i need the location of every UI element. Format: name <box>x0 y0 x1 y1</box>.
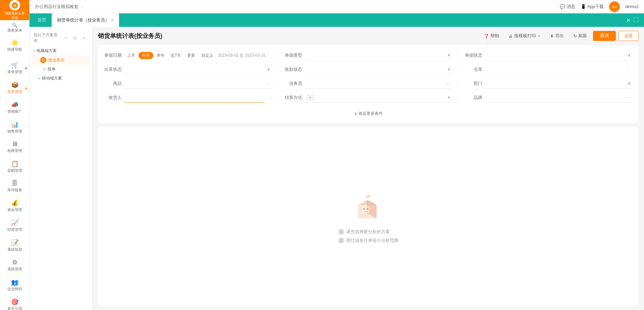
warehouse-label: 仓库 <box>464 66 482 72</box>
message-button[interactable]: 💬 消息 <box>560 4 575 10</box>
filter-salesman: 业务员 ··· <box>284 79 453 89</box>
order-icon: ≡ <box>43 67 46 72</box>
filter-date: 单据日期 上月 本月 本年 近7天 更多 自定义 2023-03-01 至 20… <box>103 52 273 59</box>
sidebar-item-basic-info[interactable]: 📝 基础信息 <box>0 236 29 255</box>
filter-warehouse: 仓库 ··· <box>464 64 633 74</box>
finance-icon: 💰 <box>1 199 28 207</box>
svg-point-8 <box>367 208 369 210</box>
filter-divider-2 <box>458 52 459 59</box>
recipient-input[interactable] <box>124 93 265 103</box>
doc-type-select[interactable]: ▼ <box>305 50 453 60</box>
content-area: 按以下方案查询 ＋ ⊙ « ▾ 电脑端方案 按 按业务员 ≡ 按单 <box>30 27 644 310</box>
collapse-arrow-icon: ∧ <box>354 111 357 116</box>
sidebar-item-ecommerce[interactable]: 🖥 电商管理 <box>0 137 29 157</box>
export-button[interactable]: ⬇ 导出 <box>547 32 567 40</box>
recv-status-select[interactable]: ▼ <box>305 64 453 74</box>
query-button[interactable]: 查询 <box>593 31 616 41</box>
tab-close-icon[interactable]: × <box>111 18 114 22</box>
left-panel-header: 按以下方案查询 ＋ ⊙ « <box>30 30 92 46</box>
collapse-row: ∧ 收起更多条件 <box>103 107 633 118</box>
collapse-panel-button[interactable]: « <box>81 34 88 42</box>
filter-goods: 商品 ··· <box>103 79 273 89</box>
sidebar-logo: 好 畅捷通好生意 标版 <box>0 0 30 20</box>
page-title: 销货单统计表(按业务员) <box>98 32 480 40</box>
filter-doc-status: 单据状态 ▼ <box>464 50 633 60</box>
sidebar-item-purchase[interactable]: 📋 采购管理 <box>0 157 29 176</box>
avatar[interactable]: Ea <box>609 1 620 12</box>
date-tab-7days[interactable]: 近7天 <box>168 52 184 59</box>
sidebar-item-guide[interactable]: 🎯 新手引导 <box>0 295 29 310</box>
empty-illustration <box>352 190 385 223</box>
date-tab-last-month[interactable]: 上月 <box>124 52 138 59</box>
left-panel: 按以下方案查询 ＋ ⊙ « ▾ 电脑端方案 按 按业务员 ≡ 按单 <box>30 27 93 310</box>
tabbar-right: ✕ ⛶ <box>626 17 641 23</box>
sidebar-item-retail[interactable]: 🛒 零售管理 ▼ <box>0 58 29 78</box>
goods-label: 商品 <box>103 81 122 87</box>
filter-divider-3 <box>278 66 278 73</box>
salesman-select[interactable]: ··· <box>305 79 453 89</box>
date-tab-custom[interactable]: 自定义 <box>199 52 216 59</box>
tab-home[interactable]: 首页 <box>32 13 52 27</box>
sidebar-item-wholesale[interactable]: 📦 批发管理 ▲ <box>0 78 29 98</box>
tree-desktop-section[interactable]: ▾ 电脑端方案 <box>32 46 90 55</box>
settings-button[interactable]: 设置 <box>619 31 639 41</box>
date-label: 单据日期 <box>103 52 122 58</box>
doc-status-label: 单据状态 <box>464 52 482 58</box>
collapse-button[interactable]: ∧ 收起更多条件 <box>350 109 387 118</box>
sidebar: 好 畅捷通好生意 标版 🔍 搜索菜单 ⭐ 快捷导航 🛒 零售管理 ▼ 📦 批发管… <box>0 0 30 310</box>
sidebar-item-enterprise[interactable]: 👥 企业协同 <box>0 275 29 295</box>
sidebar-item-quick-nav[interactable]: ⭐ 快捷导航 <box>0 36 29 55</box>
tree-expand-icon: ▾ <box>34 49 35 53</box>
app-download-button[interactable]: 📱 App下载 <box>581 4 604 10</box>
salesman-label: 业务员 <box>284 81 302 87</box>
settlement-arrow-icon: ▼ <box>447 95 451 100</box>
brand-label: 品牌 <box>464 95 482 101</box>
brand-select[interactable]: ··· <box>485 93 633 103</box>
sidebar-item-operation[interactable]: 📈 经营管理 <box>0 216 29 236</box>
date-range-text: 2023-03-01 至 2023-03-31 <box>218 53 265 58</box>
svg-point-7 <box>363 208 365 210</box>
tree-mobile-section[interactable]: ▸ 移动端方案 <box>32 74 90 83</box>
brand-more-icon: ··· <box>626 95 631 100</box>
doc-status-select[interactable]: ▼ <box>485 50 633 60</box>
sidebar-search-item[interactable]: 🔍 搜索菜单 <box>0 20 29 36</box>
refresh-button[interactable]: ↻ 刷新 <box>570 32 590 40</box>
marketing-icon: 📣 <box>1 101 28 108</box>
breadcrumb-arrow-icon: › <box>81 4 83 9</box>
add-scheme-button[interactable]: ＋ <box>62 34 69 42</box>
print-arrow-icon: ▼ <box>537 34 541 38</box>
salesman-more-icon: ··· <box>446 81 451 86</box>
warehouse-select[interactable]: ··· <box>485 64 633 74</box>
department-select[interactable]: ▼ <box>485 79 633 89</box>
sidebar-item-marketing[interactable]: 📣 营销推广 <box>0 98 29 117</box>
enterprise-icon: 👥 <box>1 278 28 286</box>
tab-close-all-icon[interactable]: ✕ <box>626 17 631 23</box>
tag-close-icon[interactable]: × <box>309 95 312 100</box>
tree-collapse-icon: ▸ <box>39 76 41 80</box>
goods-more-icon: ··· <box>266 81 271 86</box>
date-tab-this-month[interactable]: 本月 <box>139 52 153 59</box>
date-tab-this-year[interactable]: 本年 <box>154 52 167 59</box>
goods-select[interactable]: ··· <box>124 79 273 89</box>
download-icon: 📱 <box>581 4 586 9</box>
filter-row-4: 收货人 ··· 结算方式 × ▼ <box>103 93 633 103</box>
recipient-more-icon[interactable]: ··· <box>269 95 273 100</box>
sidebar-item-sales[interactable]: 📊 销售管理 <box>0 117 29 137</box>
tree-item-by-order[interactable]: ≡ 按单 <box>32 65 90 74</box>
tab-expand-icon[interactable]: ⛶ <box>633 17 639 23</box>
empty-state: 1 请先选择要分析的方案 2 用过滤条件来缩小分析范围 <box>98 127 639 306</box>
template-print-button[interactable]: 🖨 按模板打印 ▼ <box>505 32 544 40</box>
sidebar-item-inventory[interactable]: 🗄 库存核算 <box>0 176 29 196</box>
expand-arrow-icon: ▲ <box>24 86 28 90</box>
tree-item-by-salesman[interactable]: 按 按业务员 <box>32 55 90 65</box>
sidebar-item-system[interactable]: ⚙ 系统管理 <box>0 255 29 275</box>
out-status-select[interactable]: ▼ <box>124 64 273 74</box>
filter-divider <box>278 52 278 59</box>
edit-scheme-button[interactable]: ⊙ <box>71 34 79 42</box>
tab-sales-stats[interactable]: 销货单统计表（按业务员） × <box>52 13 119 27</box>
settlement-select[interactable]: × ▼ <box>305 93 453 103</box>
date-tab-more[interactable]: 更多 <box>184 52 198 59</box>
sidebar-item-finance[interactable]: 💰 资金管理 <box>0 196 29 216</box>
system-icon: ⚙ <box>1 259 28 266</box>
help-button[interactable]: ❓ 帮助 <box>480 32 502 40</box>
